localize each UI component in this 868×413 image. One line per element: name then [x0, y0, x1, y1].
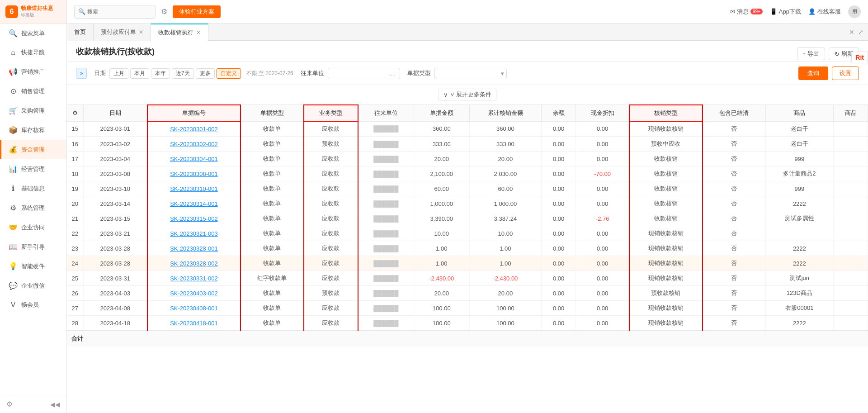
expand-icon[interactable]: ⤢ [858, 28, 863, 36]
row-verifytype: 现销收款核销 [629, 241, 702, 256]
doc-no-link[interactable]: SK-20230331-002 [170, 275, 218, 282]
row-doctype: 收款单 [241, 196, 304, 211]
row-product2 [834, 241, 868, 256]
doc-no-link[interactable]: SK-20230328-001 [170, 245, 218, 252]
row-included: 否 [703, 211, 766, 226]
tab-prepay-label: 预付款应付单 [101, 28, 136, 36]
row-discount: 0.00 [576, 241, 630, 256]
doc-no-link[interactable]: SK-20230304-001 [170, 156, 218, 162]
gear-icon[interactable]: ⚙ [161, 7, 167, 16]
sidebar-item-quick[interactable]: ⌂快捷导航 [0, 43, 66, 62]
page-header: 收款核销执行(按收款) ↑ 导出 ↻ 刷新 [67, 41, 868, 62]
sidebar-menu: 🔍搜索菜单⌂快捷导航📢营销推广⊙销售管理🛒采购管理📦库存核算💰资金管理📊经营管理… [0, 24, 66, 395]
row-product2 [834, 226, 868, 241]
system-label: 系统管理 [21, 204, 45, 212]
row-doctype: 收款单 [241, 226, 304, 241]
tab-home-label: 首页 [74, 28, 86, 36]
search-input[interactable] [87, 9, 151, 15]
doc-no-link[interactable]: SK-20230403-002 [170, 290, 218, 297]
row-no: 25 [67, 271, 83, 286]
filter-doctype-select[interactable]: 收款单 红字收款单 [434, 68, 507, 79]
doc-no-link[interactable]: SK-20230328-002 [170, 260, 218, 267]
logo-icon: 6 [5, 5, 18, 18]
filter-expand-btn[interactable]: » [76, 68, 87, 79]
search-label: 搜索菜单 [21, 29, 45, 38]
row-balance: 0.00 [542, 166, 576, 181]
row-biztype: 应收款 [304, 241, 358, 256]
app-label: App下载 [779, 8, 801, 16]
doc-no-link[interactable]: SK-20230302-002 [170, 141, 218, 147]
search-icon: 🔍 [9, 29, 18, 38]
doc-no-link[interactable]: SK-20230321-003 [170, 230, 218, 237]
collapse-icon[interactable]: ◀◀ [50, 401, 60, 408]
doc-no-link[interactable]: SK-20230301-002 [170, 126, 218, 133]
doc-no-link[interactable]: SK-20230418-001 [170, 320, 218, 327]
sidebar-item-sales[interactable]: ⊙销售管理 [0, 81, 66, 101]
doc-no-link[interactable]: SK-20230308-001 [170, 171, 218, 177]
operations-icon: 📊 [9, 165, 18, 173]
filter-this-month[interactable]: 本月 [130, 68, 149, 79]
row-party: ██████ [358, 271, 414, 286]
doc-no-link[interactable]: SK-20230408-001 [170, 305, 218, 312]
row-docno: SK-20230328-002 [147, 256, 241, 271]
expand-more-icon: ∨ [443, 91, 448, 98]
sidebar-item-operations[interactable]: 📊经营管理 [0, 159, 66, 179]
sidebar-item-guide[interactable]: 📖新手引导 [0, 237, 66, 256]
row-balance: 0.00 [542, 181, 576, 196]
export-btn[interactable]: ↑ 导出 [797, 47, 826, 60]
row-amount: 1,000.00 [414, 196, 469, 211]
doc-no-link[interactable]: SK-20230314-001 [170, 200, 218, 207]
finance-icon: 💰 [9, 145, 18, 154]
close-all-icon[interactable]: ✕ [849, 28, 854, 36]
tab-receipt[interactable]: 收款核销执行 ✕ [151, 24, 208, 41]
sidebar-item-basic[interactable]: ℹ基础信息 [0, 179, 66, 198]
row-product2 [834, 137, 868, 152]
sidebar-item-marketing[interactable]: 📢营销推广 [0, 62, 66, 81]
row-product1: 老白干 [765, 137, 833, 152]
expand-more-btn[interactable]: ∨ ∨ 展开更多条件 [439, 89, 497, 100]
message-item[interactable]: ✉ 消息 99+ [730, 8, 763, 16]
app-item[interactable]: 📱 App下载 [770, 8, 801, 16]
sidebar-item-vip[interactable]: V畅会员 [0, 295, 66, 314]
user-avatar[interactable]: 用 [848, 5, 861, 18]
row-biztype: 预收款 [304, 286, 358, 301]
sidebar-item-system[interactable]: ⚙系统管理 [0, 198, 66, 218]
sidebar-item-hardware[interactable]: 💡智能硬件 [0, 256, 66, 276]
query-btn[interactable]: 查询 [798, 66, 828, 80]
doc-no-link[interactable]: SK-20230310-001 [170, 185, 218, 192]
filter-7days[interactable]: 近7天 [172, 68, 194, 79]
row-included: 否 [703, 196, 766, 211]
col-party: 往来单位 [358, 105, 414, 121]
settings-icon[interactable]: ⚙ [6, 400, 13, 408]
row-party: ██████ [358, 121, 414, 137]
tab-receipt-close[interactable]: ✕ [196, 29, 201, 36]
doc-no-link[interactable]: SK-20230315-002 [170, 215, 218, 222]
row-product1: 2222 [765, 256, 833, 271]
filter-last-month[interactable]: 上月 [109, 68, 128, 79]
tab-prepay[interactable]: 预付款应付单 ✕ [94, 24, 151, 41]
filter-more-dates[interactable]: 更多 [196, 68, 215, 79]
sidebar-item-search[interactable]: 🔍搜索菜单 [0, 24, 66, 43]
party-dots[interactable]: ... [388, 70, 396, 77]
sidebar-item-inventory[interactable]: 📦库存核算 [0, 120, 66, 140]
service-item[interactable]: 👤 在线客服 [808, 8, 841, 16]
tab-prepay-close[interactable]: ✕ [139, 29, 143, 35]
row-discount: 0.00 [576, 196, 630, 211]
footer-total: 合计 [67, 331, 868, 347]
row-date: 2023-03-31 [83, 271, 147, 286]
sidebar-item-purchase[interactable]: 🛒采购管理 [0, 101, 66, 120]
tab-home[interactable]: 首页 [67, 24, 94, 41]
col-accum: 累计核销金额 [469, 105, 542, 121]
message-label: 消息 [737, 8, 749, 16]
row-product2 [834, 256, 868, 271]
col-settings[interactable]: ⚙ [67, 105, 83, 121]
sidebar-item-corp[interactable]: 🤝企业协同 [0, 218, 66, 237]
hardware-label: 智能硬件 [21, 262, 45, 271]
settings-btn[interactable]: 设置 [832, 66, 859, 80]
trial-btn[interactable]: 体验行业方案 [173, 5, 221, 18]
filter-this-year[interactable]: 本年 [151, 68, 170, 79]
sidebar-item-wechat[interactable]: 💬企业微信 [0, 276, 66, 295]
sidebar-item-finance[interactable]: 💰资金管理 [0, 140, 66, 159]
row-verifytype: 现销收款核销 [629, 271, 702, 286]
filter-custom-date[interactable]: 自定义 [217, 68, 241, 79]
